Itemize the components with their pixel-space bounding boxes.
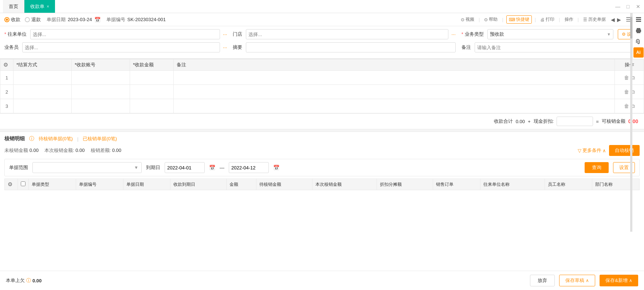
date-from-input[interactable]: [165, 162, 205, 173]
shortcut-label: 快捷键: [516, 16, 529, 23]
remark-cell-2[interactable]: [174, 85, 615, 99]
date-to-picker-icon[interactable]: 📅: [273, 165, 279, 171]
sidebar-attach-icon[interactable]: [633, 36, 644, 47]
abandon-btn[interactable]: 放弃: [530, 275, 555, 286]
summary-input[interactable]: [246, 42, 455, 52]
date-to-input[interactable]: [229, 162, 269, 173]
remark-cell-1[interactable]: [174, 71, 615, 85]
history-btn[interactable]: ☰ 历史单据: [582, 16, 607, 23]
settle-input-1[interactable]: [13, 71, 71, 85]
save-draft-btn[interactable]: 保存草稿 ∧: [559, 275, 595, 286]
amount-input-2[interactable]: [130, 85, 173, 99]
delete-icon-1[interactable]: 🗑: [624, 75, 629, 81]
date-value[interactable]: 2023-03-24: [68, 17, 92, 22]
range-label: 单据范围: [9, 164, 28, 171]
sidebar-print-icon[interactable]: [633, 26, 644, 36]
account-cell-1[interactable]: [72, 71, 130, 85]
sidebar-table-icon[interactable]: [633, 15, 644, 25]
account-input-1[interactable]: [72, 71, 130, 85]
salesperson-more-icon[interactable]: ···: [223, 44, 227, 50]
amount-cell-3[interactable]: [130, 99, 174, 113]
divider5: |: [578, 17, 579, 22]
next-arrow[interactable]: ▶: [616, 17, 622, 23]
account-input-2[interactable]: [72, 85, 130, 99]
remark-input-1[interactable]: [174, 71, 614, 85]
sidebar-ai-icon[interactable]: Ai: [633, 47, 644, 58]
pending-tab[interactable]: 待核销单据(0笔): [39, 136, 73, 142]
settle-cell-1[interactable]: [13, 71, 72, 85]
range-select[interactable]: ▼: [32, 162, 142, 173]
delete-icon-3[interactable]: 🗑: [624, 103, 629, 109]
table-row: 1 🗑 ⧉: [0, 71, 644, 85]
this-order-info-icon[interactable]: ⓘ: [26, 277, 31, 284]
col-settle-header: *结算方式: [13, 59, 72, 71]
col-pending-recon: 待核销金额: [256, 179, 312, 190]
amount-cell-2[interactable]: [130, 85, 174, 99]
more-conditions-btn[interactable]: ▽ 更多条件 ∧: [578, 147, 606, 154]
bottom-table-settings-icon[interactable]: ⚙: [8, 181, 12, 187]
store-label: 门店: [233, 31, 242, 38]
business-type-select[interactable]: 预收款 ▼: [487, 29, 613, 39]
divider2: |: [502, 17, 503, 22]
bill-no-value: SK-20230324-001: [127, 17, 166, 22]
save-new-btn[interactable]: 保存&新增 ∧: [600, 275, 638, 286]
settle-cell-3[interactable]: [13, 99, 72, 113]
account-cell-3[interactable]: [72, 99, 130, 113]
receipt-refund-toggle: 收款 退款: [4, 16, 41, 23]
reconciliation-section: 核销明细 ⓘ 待核销单据(0笔) | 已核销单据(0笔) 未核销金额 0.00 …: [0, 132, 644, 194]
counterparty-label: * 往来单位: [4, 31, 27, 38]
receipt-table-section: ⚙ *结算方式 *收款账号 *收款金额 备注 操作 1: [0, 59, 644, 113]
store-more-icon[interactable]: ···: [451, 31, 456, 37]
account-input-3[interactable]: [72, 99, 130, 113]
nav-arrows: ◀ ▶: [610, 17, 622, 23]
diff-value: 0.00: [112, 148, 121, 153]
table-settings-icon[interactable]: ⚙: [3, 62, 8, 68]
prev-arrow[interactable]: ◀: [610, 17, 616, 23]
tab-receipt[interactable]: 收款单 ×: [24, 0, 55, 13]
shortcut-btn[interactable]: ⌨ 快捷键: [506, 15, 532, 24]
close-button[interactable]: ✕: [635, 4, 641, 9]
counterparty-more-icon[interactable]: ···: [223, 31, 227, 37]
remark-input-3[interactable]: [174, 99, 614, 113]
radio-refund[interactable]: 退款: [25, 16, 41, 23]
col-remark-header: 备注: [174, 59, 615, 71]
salesperson-input[interactable]: [22, 42, 220, 52]
bottom-col-gear: ⚙: [5, 179, 18, 190]
settle-input-2[interactable]: [13, 85, 71, 99]
print-btn[interactable]: 🖨 打印: [539, 16, 556, 23]
amount-cell-1[interactable]: [130, 71, 174, 85]
counterparty-input[interactable]: [30, 29, 220, 39]
amount-input-1[interactable]: [130, 71, 173, 85]
col-amount-header: *收款金额: [130, 59, 174, 71]
summary-field: 摘要: [230, 42, 458, 52]
help-btn[interactable]: ⊙ 帮助: [483, 16, 499, 23]
operate-btn[interactable]: 操作: [563, 16, 575, 23]
tab-home-label: 首页: [9, 3, 18, 10]
amount-input-3[interactable]: [130, 99, 173, 113]
settle-input-3[interactable]: [13, 99, 71, 113]
delete-icon-2[interactable]: 🗑: [624, 89, 629, 95]
discount-input[interactable]: [557, 117, 593, 126]
tab-close-icon[interactable]: ×: [47, 4, 49, 9]
col-counterparty: 往来单位名称: [480, 179, 545, 190]
settle-cell-2[interactable]: [13, 85, 72, 99]
tab-home[interactable]: 首页: [3, 0, 24, 13]
remark-input-2[interactable]: [174, 85, 614, 99]
done-tab[interactable]: 已核销单据(0笔): [83, 136, 117, 142]
remark-input[interactable]: [475, 42, 640, 52]
auto-recon-btn[interactable]: 自动核销: [609, 145, 640, 156]
maximize-button[interactable]: □: [625, 4, 631, 9]
video-btn[interactable]: ⊙ 视频: [459, 16, 476, 23]
radio-receipt[interactable]: 收款: [4, 16, 20, 23]
account-cell-2[interactable]: [72, 85, 130, 99]
equals-sign: =: [596, 119, 599, 124]
minimize-button[interactable]: —: [615, 4, 621, 9]
query-btn[interactable]: 查询: [585, 162, 609, 173]
calendar-icon[interactable]: 📅: [94, 17, 101, 23]
store-input[interactable]: [246, 29, 448, 39]
remark-cell-3[interactable]: [174, 99, 615, 113]
svg-rect-1: [636, 19, 641, 20]
recon-info-icon[interactable]: ⓘ: [29, 136, 34, 142]
date-from-picker-icon[interactable]: 📅: [209, 165, 215, 171]
select-all-checkbox[interactable]: [21, 181, 25, 186]
